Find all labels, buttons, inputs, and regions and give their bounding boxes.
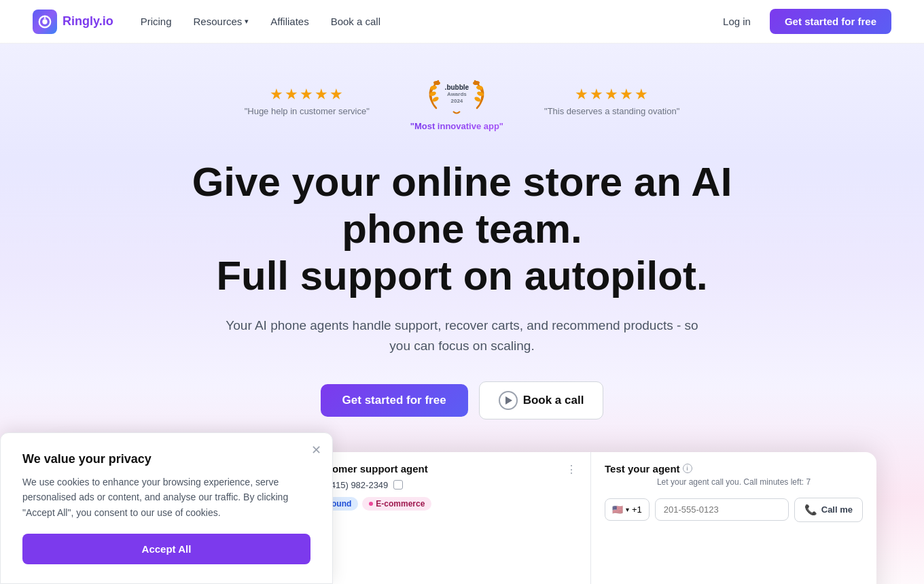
book-call-button[interactable]: Book a call [479,381,604,419]
nav-pricing[interactable]: Pricing [141,16,172,27]
login-button[interactable]: Log in [715,10,759,33]
nav-right: Log in Get started for free [715,9,891,34]
phone-number-input[interactable] [655,498,789,521]
play-icon [499,391,518,410]
logo[interactable]: Ringly.io [33,10,113,34]
accept-all-button[interactable]: Accept All [22,534,310,564]
more-options-icon[interactable]: ⋮ [566,463,577,476]
flag-icon: 🇺🇸 [612,504,623,515]
privacy-close-button[interactable]: ✕ [311,443,321,458]
chevron-down-icon: ▾ [245,17,249,26]
dashboard-test-panel: Test your agent i Let your agent call yo… [591,452,876,584]
stars-left: ★★★★★ [270,86,344,103]
nav-links: Pricing Resources ▾ Affiliates Book a ca… [141,16,380,27]
bubble-caption: "Most innovative app" [410,121,503,131]
test-subtitle: Let your agent call you. Call minutes le… [605,477,863,487]
call-input-row: 🇺🇸 ▾ +1 📞 Call me [605,498,863,522]
review-left: ★★★★★ "Huge help in customer service" [245,86,370,116]
test-agent-title: Test your agent i [605,463,863,475]
privacy-banner: ✕ We value your privacy We use cookies t… [0,432,333,584]
dashboard-agent-panel: Customer support agent +1 (415) 982-2349… [292,452,591,584]
ecommerce-dot [369,502,373,506]
svg-point-1 [42,19,47,24]
nav-affiliates[interactable]: Affiliates [270,16,308,27]
hero-heading: Give your online store an AI phone team.… [156,158,768,299]
hero-subtext: Your AI phone agents handle support, rec… [224,315,700,357]
stars-right: ★★★★★ [575,86,650,103]
nav-book-call[interactable]: Book a call [331,16,380,27]
country-code: +1 [632,504,642,515]
ecommerce-badge: E-commerce [362,497,431,511]
country-selector[interactable]: 🇺🇸 ▾ +1 [605,498,650,521]
navigation: Ringly.io Pricing Resources ▾ Affiliates… [0,0,924,44]
social-proof-row: ★★★★★ "Huge help in customer service" [14,71,910,131]
privacy-title: We value your privacy [22,452,310,466]
info-icon: i [683,464,692,473]
privacy-text: We use cookies to enhance your browsing … [22,475,310,520]
review-label-right: "This deserves a standing ovation" [544,106,679,116]
phone-icon: 📞 [804,504,817,516]
chevron-icon: ▾ [626,506,629,513]
logo-text: Ringly.io [63,14,113,29]
logo-icon [33,10,57,34]
review-right: ★★★★★ "This deserves a standing ovation" [544,86,679,116]
play-triangle [505,396,512,405]
review-label-left: "Huge help in customer service" [245,106,370,116]
bubble-award: .bubble Awards 2024 "Most innovative app… [410,71,503,131]
get-started-nav-button[interactable]: Get started for free [770,9,891,34]
call-me-button[interactable]: 📞 Call me [794,498,863,522]
cta-row: Get started for free Book a call [14,381,910,419]
get-started-hero-button[interactable]: Get started for free [321,384,468,417]
copy-icon[interactable] [393,480,403,489]
nav-resources[interactable]: Resources ▾ [194,16,249,27]
